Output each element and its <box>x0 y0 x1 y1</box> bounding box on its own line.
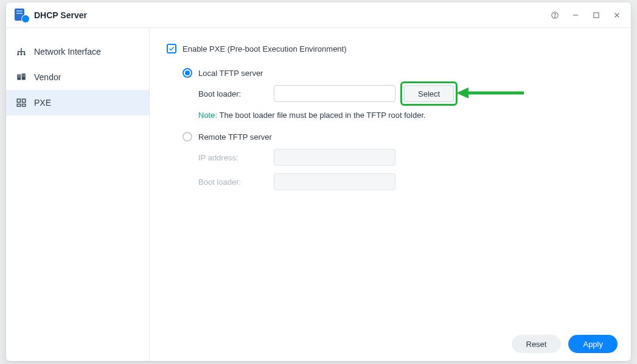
body: Network Interface Vendor PXE <box>6 28 631 361</box>
remote-bootloader-label: Boot loader: <box>198 177 265 187</box>
local-tftp-label: Local TFTP server <box>198 69 263 78</box>
local-bootloader-row: Boot loader: Select <box>167 81 614 106</box>
svg-rect-27 <box>23 104 26 106</box>
svg-rect-26 <box>17 104 20 106</box>
svg-point-1 <box>555 16 555 17</box>
maximize-icon[interactable] <box>591 10 602 21</box>
pxe-icon <box>16 97 27 108</box>
sidebar-item-label: PXE <box>34 98 51 108</box>
vendor-icon <box>16 72 27 83</box>
sidebar-item-vendor[interactable]: Vendor <box>6 64 149 90</box>
checkbox-enable-pxe[interactable] <box>167 44 176 53</box>
select-bootloader-button[interactable]: Select <box>404 85 454 102</box>
help-icon[interactable] <box>549 10 560 21</box>
app-icon <box>15 9 28 22</box>
local-bootloader-label: Boot loader: <box>198 89 265 98</box>
note-label: Note: <box>198 111 217 120</box>
sidebar: Network Interface Vendor PXE <box>6 28 150 361</box>
window-controls <box>549 10 622 21</box>
svg-rect-14 <box>17 75 21 80</box>
remote-ip-row: IP address: <box>167 145 614 170</box>
svg-rect-21 <box>24 75 25 75</box>
note-text: The boot loader file must be placed in t… <box>219 111 425 120</box>
svg-rect-11 <box>18 51 19 54</box>
svg-rect-22 <box>23 76 23 77</box>
svg-rect-16 <box>18 75 19 76</box>
local-bootloader-input[interactable] <box>274 85 395 102</box>
pxe-settings: Enable PXE (Pre-boot Execution Environme… <box>150 28 631 327</box>
enable-pxe-row[interactable]: Enable PXE (Pre-boot Execution Environme… <box>167 44 614 53</box>
remote-bootloader-input <box>274 173 395 190</box>
select-button-wrap: Select <box>404 85 454 102</box>
svg-rect-17 <box>19 75 20 76</box>
reset-button[interactable]: Reset <box>512 335 562 353</box>
window-title: DHCP Server <box>34 10 87 20</box>
bootloader-note: Note: The boot loader file must be place… <box>167 106 614 128</box>
svg-rect-3 <box>594 12 599 17</box>
radio-local-tftp[interactable] <box>183 68 192 78</box>
svg-rect-19 <box>19 77 20 77</box>
svg-rect-24 <box>17 99 20 102</box>
sidebar-item-label: Network Interface <box>34 47 101 57</box>
svg-rect-13 <box>21 51 22 54</box>
remote-ip-input <box>274 149 395 166</box>
close-icon[interactable] <box>611 10 622 21</box>
minimize-icon[interactable] <box>570 10 581 21</box>
local-tftp-row[interactable]: Local TFTP server <box>167 64 614 81</box>
svg-rect-18 <box>18 77 19 77</box>
sidebar-item-network-interface[interactable]: Network Interface <box>6 39 149 64</box>
apply-button[interactable]: Apply <box>568 335 618 353</box>
dhcp-window: DHCP Server Network In <box>6 2 631 361</box>
svg-rect-20 <box>23 75 23 75</box>
svg-rect-25 <box>23 99 26 102</box>
sidebar-item-pxe[interactable]: PXE <box>6 90 149 115</box>
remote-tftp-row[interactable]: Remote TFTP server <box>167 128 614 145</box>
main-panel: Enable PXE (Pre-boot Execution Environme… <box>150 28 631 361</box>
svg-rect-15 <box>22 74 26 80</box>
svg-rect-12 <box>24 51 26 54</box>
sidebar-item-label: Vendor <box>34 72 61 82</box>
radio-remote-tftp[interactable] <box>183 132 192 142</box>
svg-rect-23 <box>24 76 25 77</box>
titlebar: DHCP Server <box>6 2 631 28</box>
remote-bootloader-row: Boot loader: <box>167 170 614 194</box>
remote-tftp-label: Remote TFTP server <box>198 132 272 142</box>
enable-pxe-label: Enable PXE (Pre-boot Execution Environme… <box>183 44 347 53</box>
remote-ip-label: IP address: <box>198 153 265 162</box>
network-icon <box>16 46 27 57</box>
footer: Reset Apply <box>150 327 631 361</box>
